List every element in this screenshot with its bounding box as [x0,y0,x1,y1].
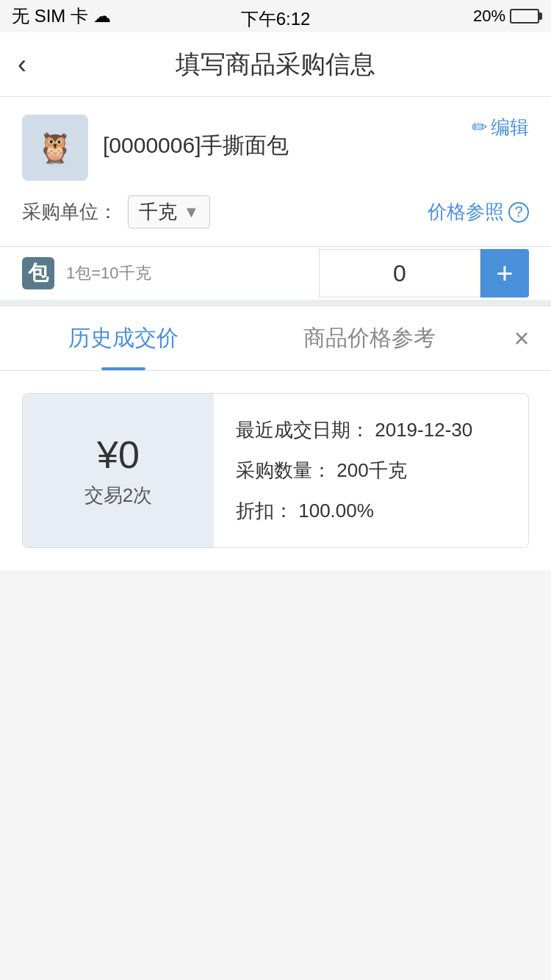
qty-row: 采购数量： 200千克 [236,456,506,485]
history-card: ¥0 交易2次 最近成交日期： 2019-12-30 采购数量： 200千克 折… [22,393,529,548]
tab-price-reference[interactable]: 商品价格参考 [246,306,492,370]
main-content [0,570,551,980]
qty-input[interactable]: 0 [319,249,480,298]
discount-row: 折扣： 100.00% [236,497,506,525]
qty-value: 0 [393,260,406,287]
edit-button[interactable]: ✏ 编辑 [472,115,529,140]
recent-date-label: 最近成交日期： [236,419,370,441]
qty-row-value: 200千克 [336,459,406,481]
product-name: [0000006]手撕面包 [103,131,289,161]
unit-row: 采购单位： 千克 ▼ 价格参照 ? [22,195,529,228]
status-left: 无 SIM 卡 ☁ [12,4,111,28]
status-bar: 无 SIM 卡 ☁ 下午6:12 20% [0,0,551,32]
page-title: 填写商品采购信息 [176,48,375,82]
unit-select[interactable]: 千克 ▼ [128,195,210,228]
product-thumbnail: 🦉 [22,115,88,181]
pkg-label: 包 [28,259,48,287]
edit-label: 编辑 [491,115,529,140]
price-content: ¥0 交易2次 最近成交日期： 2019-12-30 采购数量： 200千克 折… [0,371,551,570]
qty-row-label: 采购数量： [236,459,331,481]
panel-close-button[interactable]: × [492,323,551,354]
unit-label-group: 采购单位： 千克 ▼ [22,195,210,228]
qty-controls: 0 + [319,249,529,298]
status-time: 下午6:12 [241,7,311,31]
product-left: 🦉 [0000006]手撕面包 [22,115,289,181]
history-trades-count: 交易2次 [84,483,152,508]
pkg-icon: 包 [22,257,54,289]
discount-label: 折扣： [236,500,293,522]
product-logo-icon: 🦉 [37,133,73,162]
history-price-value: ¥0 [97,433,140,477]
product-card: 🦉 [0000006]手撕面包 ✏ 编辑 采购单位： 千克 ▼ 价格参照 ? [0,97,551,247]
qty-label-group: 包 1包=10千克 [22,257,151,289]
battery-icon [510,9,539,24]
product-info: [0000006]手撕面包 [103,131,289,165]
panel-tabs: 历史成交价 商品价格参考 × [0,306,551,371]
recent-date-value: 2019-12-30 [375,419,472,441]
tab-history-label: 历史成交价 [68,323,179,353]
status-right: 20% [473,7,539,26]
battery-percent: 20% [473,7,505,26]
tab-reference-label: 商品价格参考 [303,323,436,353]
quantity-section: 包 1包=10千克 0 + [0,247,551,306]
product-header: 🦉 [0000006]手撕面包 ✏ 编辑 [22,115,529,181]
recent-date-row: 最近成交日期： 2019-12-30 [236,416,506,444]
unit-dropdown-arrow: ▼ [183,203,199,222]
close-icon: × [514,323,529,354]
pkg-sublabel: 1包=10千克 [66,262,151,284]
price-ref-label: 价格参照 [428,199,504,225]
edit-icon: ✏ [472,116,488,139]
tab-history-price[interactable]: 历史成交价 [0,306,246,370]
history-right: 最近成交日期： 2019-12-30 采购数量： 200千克 折扣： 100.0… [214,394,528,547]
nav-bar: ‹ 填写商品采购信息 [0,32,551,97]
price-ref-help-icon: ? [508,202,529,223]
price-reference-button[interactable]: 价格参照 ? [428,199,529,225]
back-button[interactable]: ‹ [18,49,26,80]
qty-increment-button[interactable]: + [480,249,529,298]
discount-value: 100.00% [298,500,374,522]
history-left: ¥0 交易2次 [23,394,214,547]
unit-value: 千克 [139,199,177,225]
unit-label: 采购单位： [22,201,118,223]
price-panel: 历史成交价 商品价格参考 × ¥0 交易2次 最近成交日期： 2019-12-3… [0,306,551,570]
